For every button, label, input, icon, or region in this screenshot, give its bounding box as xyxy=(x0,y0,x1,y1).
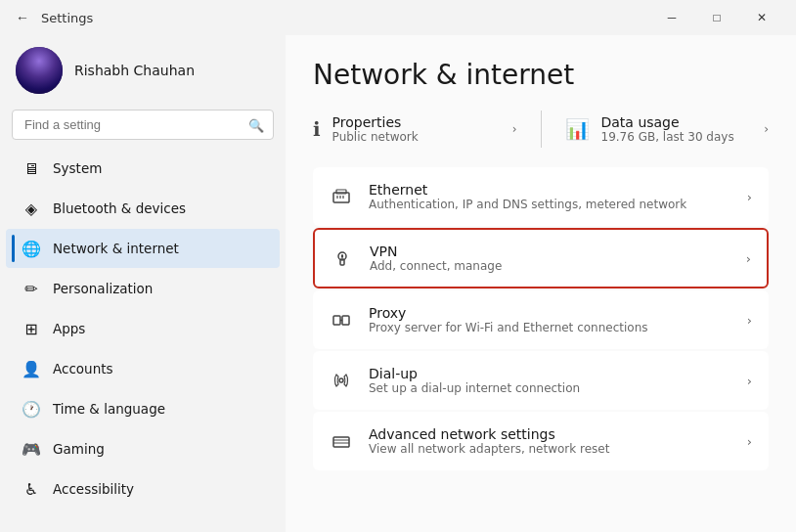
settings-item-vpn[interactable]: VPNAdd, connect, manage› xyxy=(313,228,769,288)
ethernet-arrow: › xyxy=(747,190,752,204)
ethernet-label: Ethernet xyxy=(369,182,731,198)
sidebar-item-time[interactable]: 🕐Time & language xyxy=(6,389,280,428)
sidebar-item-gaming[interactable]: 🎮Gaming xyxy=(6,429,280,468)
advanced-icon xyxy=(330,429,353,453)
search-input[interactable] xyxy=(12,110,274,140)
sidebar-item-personalization[interactable]: ✏Personalization xyxy=(6,269,280,308)
info-row: ℹ Properties Public network › 📊 Data usa… xyxy=(313,111,769,148)
minimize-button[interactable]: ─ xyxy=(649,4,694,31)
sidebar-item-network[interactable]: 🌐Network & internet xyxy=(6,229,280,268)
advanced-label: Advanced network settings xyxy=(369,426,731,442)
proxy-text: ProxyProxy server for Wi-Fi and Ethernet… xyxy=(369,305,731,334)
sidebar-item-label-accounts: Accounts xyxy=(53,361,113,377)
page-title: Network & internet xyxy=(313,59,769,91)
vpn-label: VPN xyxy=(370,244,730,259)
dialup-icon xyxy=(330,369,353,392)
sidebar-item-accounts[interactable]: 👤Accounts xyxy=(6,349,280,388)
sidebar-item-label-bluetooth: Bluetooth & devices xyxy=(53,200,186,216)
settings-item-advanced[interactable]: Advanced network settingsView all networ… xyxy=(313,412,769,470)
sidebar-item-label-network: Network & internet xyxy=(53,241,179,256)
data-usage-text: Data usage 19.76 GB, last 30 days xyxy=(601,114,734,144)
svg-rect-13 xyxy=(333,437,349,447)
proxy-sub: Proxy server for Wi-Fi and Ethernet conn… xyxy=(369,321,731,334)
svg-rect-9 xyxy=(333,316,340,325)
properties-text: Properties Public network xyxy=(332,114,419,144)
dialup-label: Dial-up xyxy=(369,366,731,381)
vpn-text: VPNAdd, connect, manage xyxy=(370,244,730,273)
ethernet-sub: Authentication, IP and DNS settings, met… xyxy=(369,198,731,211)
content-area: Network & internet ℹ Properties Public n… xyxy=(286,35,796,532)
vpn-sub: Add, connect, manage xyxy=(370,259,730,273)
svg-point-12 xyxy=(339,378,343,382)
sidebar-item-label-gaming: Gaming xyxy=(53,441,105,457)
maximize-button[interactable]: □ xyxy=(694,4,739,31)
network-icon: 🌐 xyxy=(22,239,41,258)
titlebar-title: Settings xyxy=(41,11,93,25)
search-icon: 🔍 xyxy=(248,117,264,132)
advanced-arrow: › xyxy=(747,434,752,449)
info-divider xyxy=(541,111,542,148)
settings-list: EthernetAuthentication, IP and DNS setti… xyxy=(313,167,769,470)
sidebar-item-label-accessibility: Accessibility xyxy=(53,481,134,497)
data-usage-label: Data usage xyxy=(601,114,734,130)
sidebar-item-system[interactable]: 🖥System xyxy=(6,149,280,188)
vpn-icon xyxy=(331,246,354,270)
properties-card[interactable]: ℹ Properties Public network › xyxy=(313,111,517,148)
search-box: 🔍 xyxy=(12,110,274,140)
ethernet-icon xyxy=(330,185,353,208)
properties-arrow: › xyxy=(512,122,517,136)
user-name: Rishabh Chauhan xyxy=(74,63,195,78)
apps-icon: ⊞ xyxy=(22,319,41,338)
titlebar-left: ← Settings xyxy=(12,8,93,27)
close-button[interactable]: ✕ xyxy=(739,4,784,31)
sidebar-item-bluetooth[interactable]: ◈Bluetooth & devices xyxy=(6,189,280,228)
proxy-icon xyxy=(330,308,353,332)
sidebar-item-accessibility[interactable]: ♿Accessibility xyxy=(6,469,280,509)
svg-point-8 xyxy=(341,255,343,257)
properties-sub: Public network xyxy=(332,130,419,144)
properties-label: Properties xyxy=(332,114,419,130)
sidebar-item-label-time: Time & language xyxy=(53,401,165,417)
back-button[interactable]: ← xyxy=(12,8,33,27)
data-usage-card[interactable]: 📊 Data usage 19.76 GB, last 30 days › xyxy=(565,111,770,148)
accounts-icon: 👤 xyxy=(22,359,41,378)
settings-item-proxy[interactable]: ProxyProxy server for Wi-Fi and Ethernet… xyxy=(313,290,769,349)
sidebar-item-apps[interactable]: ⊞Apps xyxy=(6,309,280,348)
sidebar-item-label-system: System xyxy=(53,160,102,176)
dialup-text: Dial-upSet up a dial-up internet connect… xyxy=(369,366,731,395)
gaming-icon: 🎮 xyxy=(22,439,41,459)
settings-item-dialup[interactable]: Dial-upSet up a dial-up internet connect… xyxy=(313,351,769,410)
avatar xyxy=(16,47,63,94)
time-icon: 🕐 xyxy=(22,399,41,419)
nav-list: 🖥System◈Bluetooth & devices🌐Network & in… xyxy=(0,148,286,532)
ethernet-text: EthernetAuthentication, IP and DNS setti… xyxy=(369,182,731,211)
sidebar: Rishabh Chauhan 🔍 🖥System◈Bluetooth & de… xyxy=(0,35,286,532)
properties-icon: ℹ xyxy=(313,117,321,141)
advanced-text: Advanced network settingsView all networ… xyxy=(369,426,731,456)
titlebar: ← Settings ─ □ ✕ xyxy=(0,0,796,35)
dialup-arrow: › xyxy=(747,374,752,388)
system-icon: 🖥 xyxy=(22,158,41,178)
data-usage-sub: 19.76 GB, last 30 days xyxy=(601,130,734,144)
bluetooth-icon: ◈ xyxy=(22,199,41,218)
proxy-arrow: › xyxy=(747,313,752,328)
user-profile[interactable]: Rishabh Chauhan xyxy=(0,35,286,110)
data-usage-arrow: › xyxy=(764,122,769,136)
sidebar-item-label-personalization: Personalization xyxy=(53,281,153,296)
proxy-label: Proxy xyxy=(369,305,731,321)
dialup-sub: Set up a dial-up internet connection xyxy=(369,381,731,395)
advanced-sub: View all network adapters, network reset xyxy=(369,442,731,456)
main-container: Rishabh Chauhan 🔍 🖥System◈Bluetooth & de… xyxy=(0,35,796,532)
window-controls: ─ □ ✕ xyxy=(649,4,784,31)
personalization-icon: ✏ xyxy=(22,279,41,298)
settings-item-ethernet[interactable]: EthernetAuthentication, IP and DNS setti… xyxy=(313,167,769,226)
data-usage-icon: 📊 xyxy=(565,117,590,141)
svg-rect-10 xyxy=(342,316,349,325)
sidebar-item-label-apps: Apps xyxy=(53,321,85,336)
accessibility-icon: ♿ xyxy=(22,479,41,499)
vpn-arrow: › xyxy=(746,251,751,266)
